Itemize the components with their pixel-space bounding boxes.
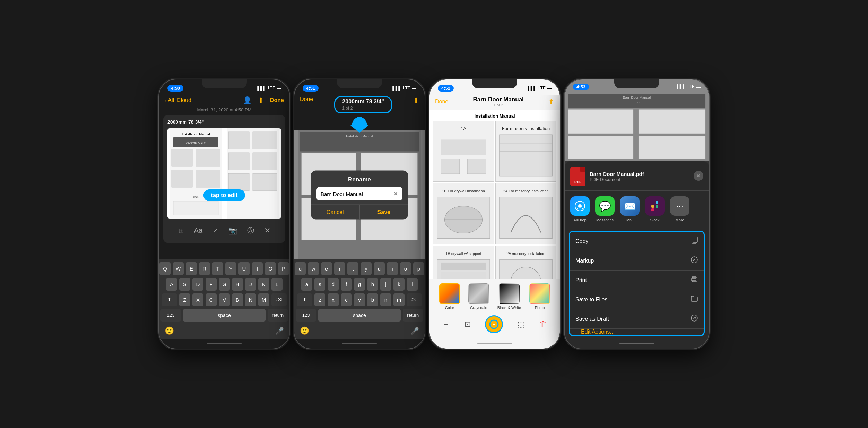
key2-d[interactable]: d — [328, 278, 339, 291]
key-l[interactable]: L — [271, 278, 283, 291]
key-n[interactable]: N — [245, 293, 256, 306]
action-print[interactable]: Print — [570, 271, 704, 290]
close-icon[interactable]: ✕ — [264, 226, 270, 235]
filter-grayscale[interactable]: Grayscale — [468, 283, 489, 310]
key-w[interactable]: W — [173, 262, 184, 275]
text-icon[interactable]: Aa — [194, 226, 202, 234]
rename-input[interactable]: Barn Door Manual — [321, 191, 393, 197]
share-app-slack[interactable]: Slack — [645, 196, 665, 222]
key-p[interactable]: P — [278, 262, 289, 275]
key2-o[interactable]: o — [400, 262, 411, 275]
filter-color[interactable]: Color — [439, 283, 460, 310]
key-return[interactable]: return — [268, 309, 288, 322]
key-delete[interactable]: ⌫ — [271, 293, 287, 306]
check-icon[interactable]: ✓ — [212, 226, 218, 235]
key2-z[interactable]: z — [314, 293, 326, 306]
key2-y[interactable]: y — [361, 262, 372, 275]
share-app-airdrop[interactable]: AirDrop — [570, 196, 590, 222]
key-z[interactable]: Z — [179, 293, 190, 306]
table-icon[interactable]: ⊞ — [178, 226, 184, 235]
filter-photo[interactable]: Photo — [529, 283, 550, 310]
key-f[interactable]: F — [206, 278, 217, 291]
action-markup[interactable]: Markup — [570, 251, 704, 271]
trash-icon[interactable]: 🗑 — [539, 320, 547, 329]
key2-c[interactable]: c — [341, 293, 352, 306]
share-app-mail[interactable]: ✉️ Mail — [620, 196, 640, 222]
key-q[interactable]: Q — [159, 262, 171, 275]
filter-bw[interactable]: Black & White — [497, 283, 521, 310]
key-123[interactable]: 123 — [160, 309, 181, 322]
rename-cancel-button[interactable]: Cancel — [311, 205, 360, 220]
key-b[interactable]: B — [232, 293, 243, 306]
key2-m[interactable]: m — [393, 293, 405, 306]
key2-b[interactable]: b — [367, 293, 378, 306]
action-copy[interactable]: Copy — [570, 232, 704, 251]
key2-k[interactable]: k — [393, 278, 405, 291]
done-btn-3[interactable]: Done — [435, 99, 448, 105]
rename-input-row[interactable]: Barn Door Manual ✕ — [316, 187, 402, 200]
share-close-button[interactable]: ✕ — [694, 171, 703, 181]
back-button-1[interactable]: ‹ All iCloud — [165, 97, 191, 103]
key-d[interactable]: D — [192, 278, 203, 291]
emoji-icon-1[interactable]: 🙂 — [165, 326, 174, 335]
rename-save-button[interactable]: Save — [360, 205, 408, 220]
resize-icon[interactable]: ⬚ — [518, 320, 525, 329]
key-s[interactable]: S — [179, 278, 190, 291]
key-o[interactable]: O — [265, 262, 276, 275]
key-a[interactable]: A — [166, 278, 177, 291]
key2-s[interactable]: s — [314, 278, 326, 291]
key-t[interactable]: T — [212, 262, 223, 275]
key-space[interactable]: space — [183, 309, 265, 322]
key2-123[interactable]: 123 — [296, 309, 316, 322]
key2-r[interactable]: r — [334, 262, 345, 275]
key2-q[interactable]: q — [295, 262, 306, 275]
key-u[interactable]: U — [238, 262, 250, 275]
key2-f[interactable]: f — [341, 278, 352, 291]
key-k[interactable]: K — [258, 278, 269, 291]
key2-l[interactable]: l — [407, 278, 418, 291]
key2-space[interactable]: space — [318, 309, 400, 322]
tap-to-edit-badge[interactable]: tap to edit — [203, 189, 245, 201]
key2-v[interactable]: v — [354, 293, 365, 306]
share-icon-3[interactable]: ⬆ — [548, 97, 554, 106]
key-i[interactable]: I — [252, 262, 263, 275]
action-save-files[interactable]: Save to Files — [570, 290, 704, 309]
key2-a[interactable]: a — [301, 278, 312, 291]
done-btn-2[interactable]: Done — [300, 96, 313, 102]
key2-u[interactable]: u — [374, 262, 385, 275]
camera-icon[interactable]: 📷 — [228, 226, 237, 235]
draw-icon[interactable]: Ⓐ — [247, 226, 254, 235]
key-v[interactable]: V — [219, 293, 230, 306]
key2-e[interactable]: e — [321, 262, 332, 275]
key2-t[interactable]: t — [347, 262, 358, 275]
share-app-messages[interactable]: 💬 Messages — [595, 196, 615, 222]
key2-g[interactable]: g — [354, 278, 365, 291]
key-shift[interactable]: ⬆ — [162, 293, 177, 306]
key2-shift[interactable]: ⬆ — [297, 293, 312, 306]
key-y[interactable]: Y — [225, 262, 236, 275]
key-e[interactable]: E — [186, 262, 197, 275]
key2-j[interactable]: j — [380, 278, 391, 291]
share-app-more[interactable]: ··· More — [670, 196, 689, 222]
key-m[interactable]: M — [258, 293, 269, 306]
key2-x[interactable]: x — [328, 293, 339, 306]
rename-clear-icon[interactable]: ✕ — [393, 190, 398, 198]
crop-icon[interactable]: ⊡ — [465, 320, 471, 329]
key-c[interactable]: C — [206, 293, 217, 306]
key-g[interactable]: G — [219, 278, 230, 291]
key2-p[interactable]: p — [413, 262, 424, 275]
share-icon-1[interactable]: ⬆ — [258, 96, 264, 104]
add-icon[interactable]: ＋ — [442, 319, 450, 329]
key-j[interactable]: J — [245, 278, 256, 291]
filter-active-icon[interactable]: ✦ — [485, 315, 503, 333]
edit-actions-button[interactable]: Edit Actions... — [575, 324, 620, 336]
emoji-icon-2[interactable]: 🙂 — [300, 326, 309, 335]
mic-icon-2[interactable]: 🎤 — [410, 327, 419, 335]
done-button-1[interactable]: Done — [270, 97, 284, 103]
key2-return[interactable]: return — [403, 309, 423, 322]
key2-w[interactable]: w — [308, 262, 319, 275]
key-r[interactable]: R — [199, 262, 210, 275]
person-icon-1[interactable]: 👤 — [243, 96, 252, 104]
key2-delete[interactable]: ⌫ — [407, 293, 422, 306]
key2-h[interactable]: h — [367, 278, 378, 291]
